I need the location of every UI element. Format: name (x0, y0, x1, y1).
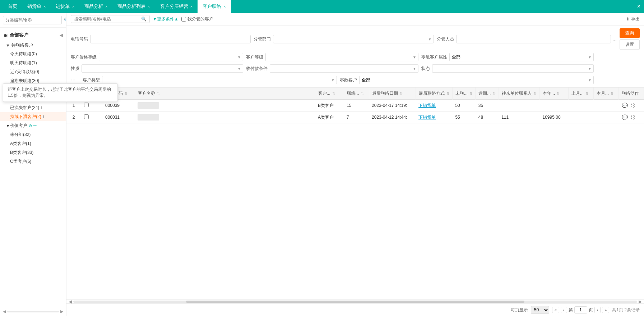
filter-price-level-select[interactable] (99, 53, 243, 61)
filter-phone-input[interactable] (90, 35, 251, 43)
prev-page-btn[interactable]: ‹ (561, 307, 567, 313)
first-page-btn[interactable]: « (552, 307, 559, 313)
sidebar-search-input[interactable] (3, 16, 62, 24)
th-last-date[interactable]: 最后联络日期 ⇅ (369, 88, 416, 100)
settings-button[interactable]: 设置 (620, 39, 640, 50)
filter-customer-level-select[interactable] (265, 53, 418, 61)
link-icon-2[interactable]: ⛓ (630, 114, 635, 120)
last-method-link-2[interactable]: 下销货单 (418, 115, 436, 120)
more-filters-dots[interactable]: ··· (71, 77, 75, 83)
filter-nature-select[interactable] (82, 64, 243, 73)
sidebar-item-7days[interactable]: 近7天待联络(0) (0, 67, 66, 76)
th-name[interactable]: 客户名称 ⇅ (135, 88, 315, 100)
my-customers-checkbox[interactable] (181, 17, 186, 22)
sort-code-icon: ⇅ (125, 91, 128, 95)
page-nav: « ‹ 第 页 › » (552, 306, 610, 313)
th-unread[interactable]: 未联... ⇅ (452, 88, 475, 100)
filter-person: 分管人员 … (437, 35, 617, 43)
main-search-icon[interactable]: 🔍 (141, 16, 147, 22)
th-this-year[interactable]: 本年... ⇅ (540, 88, 569, 100)
sidebar-item-tomorrow[interactable]: 明天待联络(1) (0, 58, 66, 67)
page-size-select[interactable]: 20 50 100 (531, 306, 549, 314)
sidebar-item-today[interactable]: 今天待联络(0) (0, 49, 66, 58)
churned-info-icon[interactable]: ℹ (41, 105, 42, 110)
th-type[interactable]: 客户... ⇅ (315, 88, 344, 100)
last-page-btn[interactable]: » (602, 307, 609, 313)
sidebar-all-customers[interactable]: ⊞ 全部客户 ◀ (0, 30, 66, 41)
query-button[interactable]: 查询 (620, 28, 640, 38)
sidebar-section-pending[interactable]: ▼ 待联络客户 (0, 41, 66, 49)
filter-retail-attr-select[interactable]: 全部 (449, 53, 594, 61)
nav-product-list[interactable]: 商品分析列表 × (112, 0, 155, 13)
cell-unread-1: 50 (452, 100, 475, 112)
filter-retail-customer-select[interactable]: 全部 (359, 76, 594, 84)
sidebar-search-icon[interactable]: 🔍 (64, 18, 66, 23)
value-group-edit2-icon[interactable]: ✏ (33, 123, 37, 128)
th-overdue[interactable]: 逾期... ⇅ (476, 88, 499, 100)
filter-customer-level-label: 客户等级 (246, 54, 263, 60)
main-search-input[interactable] (74, 16, 141, 22)
sort-last-month-icon: ⇅ (585, 91, 588, 95)
table-row: 1 000039 B类客户 15 2023-04-17 14:19: (66, 100, 644, 112)
row-checkbox-2[interactable] (84, 114, 89, 119)
nav-product-analysis-close[interactable]: × (105, 4, 107, 9)
nav-product-analysis[interactable]: 商品分析 × (79, 0, 112, 13)
th-this-month[interactable]: 本月... ⇅ (594, 88, 619, 100)
nav-sales[interactable]: 销货单 × (22, 0, 51, 13)
sidebar-item-class-a[interactable]: A类客户(1) (0, 139, 66, 148)
nav-product-list-close[interactable]: × (148, 4, 150, 9)
sidebar-scrollbar[interactable] (7, 311, 59, 312)
h-scrollbar-area: ◀ ▶ (66, 299, 644, 303)
h-scrollbar[interactable] (73, 301, 637, 303)
filter-customer-type-select-wrap (102, 76, 337, 84)
nav-customer-tier[interactable]: 客户分层经营 × (155, 0, 198, 13)
th-last-month[interactable]: 上月... ⇅ (569, 88, 594, 100)
sidebar-item-declining[interactable]: 持续下滑客户(2) ℹ (0, 112, 66, 121)
message-icon-2[interactable]: 💬 (622, 114, 628, 120)
th-contact-person[interactable]: 往来单位联系人 ⇅ (499, 88, 539, 100)
nav-purchase[interactable]: 进货单 × (51, 0, 79, 13)
filter-bar: 🔍 ▼ 更多条件 ▲ 我分管的客户 ⬆ 导出 (66, 13, 644, 25)
filter-retail-customer-label: 零散客户 (340, 77, 357, 83)
sort-name-icon: ⇅ (157, 91, 160, 95)
sidebar-item-ungrouped[interactable]: 未分组(32) (0, 130, 66, 139)
nav-home[interactable]: 首页 (3, 0, 22, 13)
th-contact[interactable]: 联络... ⇅ (344, 88, 369, 100)
nav-customer-contact[interactable]: 客户联络 × (198, 0, 231, 13)
nav-purchase-close[interactable]: × (72, 4, 74, 9)
sidebar-item-class-c[interactable]: C类客户(6) (0, 157, 66, 166)
cell-this-month-2 (594, 112, 619, 123)
filter-customer-type-select[interactable] (102, 76, 337, 84)
filter-dept-select[interactable] (273, 35, 434, 43)
next-page-btn[interactable]: › (594, 307, 601, 313)
sidebar-item-class-b[interactable]: B类客户(33) (0, 148, 66, 157)
main-search-wrap: 🔍 (71, 15, 150, 23)
nav-sales-close[interactable]: × (43, 4, 46, 9)
sidebar-collapse-btn[interactable]: ◀ (60, 33, 62, 38)
filter-customer-type-label: 客户类型 (83, 77, 100, 83)
th-last-method[interactable]: 最后联络方式 ⇅ (416, 88, 452, 100)
page-input[interactable] (574, 306, 587, 313)
filter-person-more-icon[interactable]: … (612, 37, 617, 42)
nav-customer-contact-close[interactable]: × (223, 4, 226, 9)
filter-retail-customer: 零散客户 全部 (340, 76, 594, 84)
sidebar-item-churned[interactable]: 已流失客户(24) ℹ (0, 103, 66, 112)
filter-customer-level: 客户等级 (246, 53, 418, 61)
link-icon-1[interactable]: ⛓ (630, 103, 635, 108)
export-btn[interactable]: ⬆ 导出 (626, 16, 640, 22)
filter-price-level-select-wrap (99, 53, 243, 61)
filter-payment-select[interactable] (270, 64, 418, 73)
window-close-button[interactable]: × (637, 3, 640, 10)
value-group-edit-icon[interactable]: ⊙ (29, 123, 32, 128)
more-filter-btn[interactable]: ▼ 更多条件 ▲ (153, 16, 179, 22)
filter-row-4: ··· 客户类型 零散客户 全部 (71, 76, 640, 84)
last-method-link-1[interactable]: 下销货单 (418, 103, 436, 108)
filter-person-input[interactable] (456, 35, 611, 43)
sidebar: 🔍 ⊞ 全部客户 ◀ ▼ 待联络客户 今天待联络(0) 明天待联络(1) 近7天… (0, 13, 66, 316)
message-icon-1[interactable]: 💬 (622, 103, 628, 108)
filter-status-select[interactable] (432, 64, 594, 73)
declining-info-icon[interactable]: ℹ (43, 114, 44, 119)
page-size-label: 每页显示 (511, 307, 528, 313)
nav-customer-tier-close[interactable]: × (190, 4, 193, 9)
row-checkbox-1[interactable] (84, 103, 89, 107)
